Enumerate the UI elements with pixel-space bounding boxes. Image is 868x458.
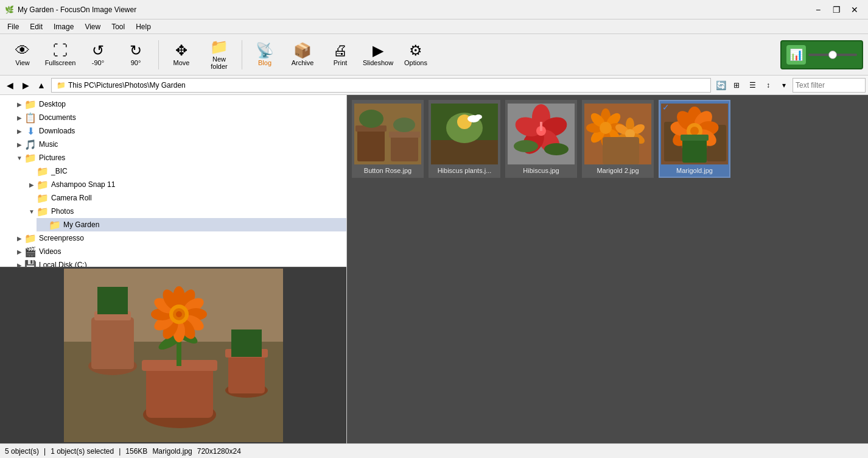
slider-track[interactable] [808, 54, 857, 56]
label-ashampoo: Ashampoo Snap 11 [51, 180, 115, 189]
print-button[interactable]: 🖨 Print [323, 37, 358, 72]
minimize-button[interactable]: − [810, 3, 827, 16]
sidebar-item-photos[interactable]: ▼ 📁 Photos [24, 205, 346, 218]
label-music: Music [39, 140, 58, 149]
status-separator-2: | [119, 447, 121, 456]
label-photos: Photos [51, 207, 74, 216]
sidebar-item-desktop[interactable]: ▶ 📁 Desktop [12, 97, 346, 111]
archive-button[interactable]: 📦 Archive [285, 37, 320, 72]
close-button[interactable]: ✕ [846, 3, 863, 16]
move-button[interactable]: ✥ Move [164, 37, 199, 72]
thumb-image-button-rose [354, 104, 421, 164]
view-label: View [15, 59, 30, 66]
menu-image[interactable]: Image [49, 21, 79, 32]
sidebar-item-pictures[interactable]: ▼ 📁 Pictures [12, 151, 346, 164]
status-filename: Marigold.jpg [152, 447, 192, 456]
thumb-hibiscus-plants[interactable]: Hibiscus plants.j... [429, 100, 500, 178]
slideshow-button[interactable]: ▶ Slideshow [360, 37, 396, 72]
thumb-button-rose[interactable]: Button Rose.jpg [352, 100, 424, 178]
address-bar: ◀ ▶ ▲ 📁 This PC\Pictures\Photos\My Garde… [0, 76, 868, 95]
svg-rect-89 [681, 135, 709, 141]
blog-label: Blog [258, 59, 271, 66]
label-videos: Videos [39, 247, 61, 256]
svg-rect-4 [91, 317, 134, 369]
arrow-desktop: ▶ [15, 101, 24, 108]
view-button[interactable]: 👁 View [5, 37, 40, 72]
menu-bar: File Edit Image View Tool Help [0, 19, 868, 34]
forward-button[interactable]: ▶ [18, 78, 33, 93]
sidebar-item-documents[interactable]: ▶ 📋 Documents [12, 111, 346, 124]
thumb-label-hibiscus-plants: Hibiscus plants.j... [438, 167, 492, 174]
move-label: Move [173, 59, 190, 66]
thumb-image-hibiscus [508, 104, 575, 164]
rotate-right-label: 90° [131, 59, 141, 66]
address-folder-icon: 📁 [57, 81, 66, 90]
toolbar-separator-2 [242, 40, 242, 69]
thumb-hibiscus[interactable]: Hibiscus.jpg [505, 100, 577, 178]
status-bar: 5 object(s) | 1 object(s) selected | 156… [0, 443, 868, 458]
back-button[interactable]: ◀ [2, 78, 17, 93]
menu-view[interactable]: View [80, 21, 105, 32]
menu-edit[interactable]: Edit [25, 21, 47, 32]
sidebar-item-music[interactable]: ▶ 🎵 Music [12, 138, 346, 151]
rotate-right-button[interactable]: ↻ 90° [118, 37, 153, 72]
slideshow-icon: ▶ [373, 43, 383, 58]
archive-icon: 📦 [293, 43, 312, 58]
sidebar-item-ashampoo[interactable]: ▶ 📁 Ashampoo Snap 11 [24, 178, 346, 191]
folder-icon-ashampoo: 📁 [37, 180, 49, 189]
text-filter-input[interactable] [793, 78, 866, 93]
arrow-downloads: ▶ [15, 128, 24, 135]
fullscreen-button[interactable]: ⛶ Fullscreen [43, 37, 78, 72]
up-button[interactable]: ▲ [34, 78, 49, 93]
sidebar-item-downloads[interactable]: ▶ ⬇ Downloads [12, 124, 346, 138]
sidebar-item-screenpresso[interactable]: ▶ 📁 Screenpresso [12, 231, 346, 245]
thumb-marigold[interactable]: ✓ [659, 100, 730, 178]
blog-button[interactable]: 📡 Blog [247, 37, 282, 72]
sidebar-item-camera-roll[interactable]: 📁 Camera Roll [24, 191, 346, 205]
folder-icon-my-garden: 📁 [49, 220, 61, 230]
svg-point-87 [690, 127, 699, 135]
filter-dropdown[interactable]: ▾ [777, 78, 791, 93]
arrow-camera-roll [27, 195, 37, 202]
archive-label: Archive [292, 59, 314, 66]
app-icon: 🌿 [5, 5, 14, 14]
restore-button[interactable]: ❐ [828, 3, 845, 16]
options-button[interactable]: ⚙ Options [398, 37, 433, 72]
menu-tool[interactable]: Tool [107, 21, 130, 32]
rotate-right-icon: ↻ [130, 43, 142, 58]
preview-area [0, 267, 347, 443]
menu-file[interactable]: File [2, 21, 24, 32]
sidebar-item-bic[interactable]: 📁 _BIC [24, 164, 346, 178]
svg-rect-8 [146, 366, 213, 418]
arrow-music: ▶ [15, 141, 24, 148]
rotate-left-icon: ↺ [92, 43, 104, 58]
grid-view-button[interactable]: ⊞ [729, 78, 744, 93]
sidebar-item-local-disk[interactable]: ▶ 💾 Local Disk (C:) [12, 258, 346, 267]
view-icon: 👁 [15, 43, 30, 58]
svg-point-44 [475, 114, 482, 119]
sidebar-item-my-garden[interactable]: 📁 My Garden [37, 218, 346, 231]
status-size: 156KB [125, 447, 147, 456]
fullscreen-icon: ⛶ [53, 43, 68, 58]
rotate-left-button[interactable]: ↺ -90° [80, 37, 116, 72]
toolbar-separator [158, 40, 159, 69]
sidebar-item-videos[interactable]: ▶ 🎬 Videos [12, 245, 346, 258]
view-mode-button[interactable]: ☰ [745, 78, 760, 93]
svg-point-37 [359, 110, 383, 128]
folder-icon-camera-roll: 📁 [37, 193, 49, 203]
label-bic: _BIC [51, 167, 68, 175]
menu-help[interactable]: Help [131, 21, 156, 32]
address-box[interactable]: 📁 This PC\Pictures\Photos\My Garden [51, 78, 711, 93]
sort-button[interactable]: ↕ [761, 78, 775, 93]
new-folder-button[interactable]: 📁 New folder [201, 37, 237, 72]
svg-rect-29 [228, 354, 265, 393]
address-path: This PC\Pictures\Photos\My Garden [68, 81, 186, 90]
file-tree: ▶ 📁 Desktop ▶ 📋 Documents ▶ ⬇ Downloads … [0, 95, 346, 267]
refresh-button[interactable]: 🔄 [713, 78, 728, 93]
thumb-image-hibiscus-plants [431, 104, 498, 164]
thumb-marigold2[interactable]: Marigold 2.jpg [582, 100, 654, 178]
slider-thumb[interactable] [828, 51, 837, 59]
arrow-ashampoo: ▶ [27, 181, 37, 188]
folder-icon-music: 🎵 [24, 139, 37, 149]
svg-point-38 [393, 118, 415, 132]
